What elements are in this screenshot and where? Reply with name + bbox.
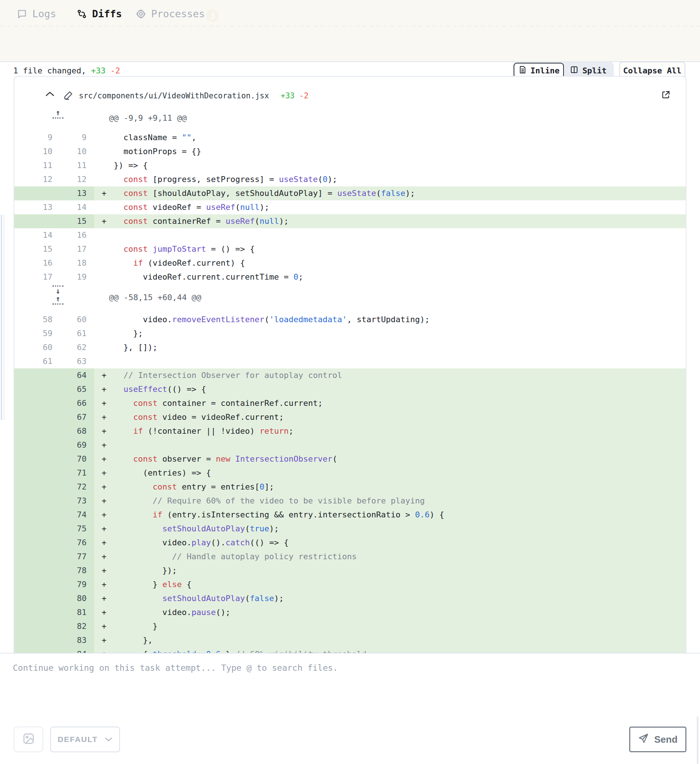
code-line — [114, 438, 686, 452]
code-line: } — [114, 619, 686, 633]
line-number-old — [14, 578, 58, 592]
line-number-new: 9 — [58, 131, 94, 145]
line-number-old: 58 — [14, 313, 58, 327]
summary-deletions: -2 — [111, 66, 120, 75]
send-button[interactable]: Send — [629, 726, 686, 752]
line-number-new: 10 — [58, 145, 94, 158]
code-line: }); — [114, 564, 686, 578]
code-line: }, []); — [114, 341, 686, 354]
diff-line-row: 65+ useEffect(() => { — [14, 382, 686, 396]
code-line: const observer = new IntersectionObserve… — [114, 452, 686, 466]
right-scrollbar-thumb[interactable] — [697, 716, 698, 764]
diff-marker: + — [94, 522, 114, 536]
diff-marker — [94, 354, 114, 368]
code-line: const containerRef = useRef(null); — [114, 214, 686, 228]
code-line: { threshold: 0.6 } // 60% visibility thr… — [114, 647, 686, 653]
gear-icon — [136, 9, 146, 19]
diff-marker: + — [94, 424, 114, 438]
line-number-old — [14, 438, 58, 452]
diff-marker: + — [94, 647, 114, 653]
composer-input[interactable]: Continue working on this task attempt...… — [13, 663, 338, 673]
line-number-old: 59 — [14, 327, 58, 341]
line-number-old: 16 — [14, 256, 58, 270]
diff-marker: + — [94, 466, 114, 480]
attach-image-button[interactable] — [14, 726, 43, 752]
diff-line-row: 13+ const [shouldAutoPlay, setShouldAuto… — [14, 186, 686, 200]
line-number-old — [14, 522, 58, 536]
line-number-old — [14, 536, 58, 550]
expand-hunk-up-button[interactable]: ↑ — [53, 109, 64, 119]
diff-marker: + — [94, 494, 114, 508]
code-line: // Require 60% of the video to be visibl… — [114, 494, 686, 508]
diff-marker — [94, 172, 114, 186]
diff-marker: + — [94, 368, 114, 382]
diff-marker — [94, 270, 114, 284]
diff-line-row: 79+ } else { — [14, 578, 686, 592]
split-pane-icon — [570, 65, 578, 76]
diff-line-row: 1212 const [progress, setProgress] = use… — [14, 172, 686, 186]
line-number-new: 13 — [58, 186, 94, 200]
line-number-old — [14, 452, 58, 466]
diff-marker: + — [94, 564, 114, 578]
diff-line-row: 1517 const jumpToStart = () => { — [14, 242, 686, 256]
diff-line-row: 68+ if (!container || !video) return; — [14, 424, 686, 438]
model-selector[interactable]: DEFAULT — [50, 726, 120, 752]
line-number-new: 80 — [58, 592, 94, 606]
line-number-new: 19 — [58, 270, 94, 284]
summary-additions: +33 — [91, 66, 106, 75]
expand-hunk-down-button[interactable]: ↓ — [53, 285, 64, 295]
tab-diffs[interactable]: Diffs — [77, 8, 122, 19]
line-number-new: 73 — [58, 494, 94, 508]
line-number-old — [14, 186, 58, 200]
tab-processes-label: Processes — [151, 8, 205, 19]
diff-line-row: 5961 }; — [14, 327, 686, 341]
left-scrollbar-track — [4, 214, 5, 420]
diff-line-row: 82+ } — [14, 619, 686, 633]
diff-marker: + — [94, 508, 114, 522]
code-line: useEffect(() => { — [114, 382, 686, 396]
code-line: video.removeEventListener('loadedmetadat… — [114, 313, 686, 327]
code-line: video.play().catch(() => { — [114, 536, 686, 550]
open-external-icon[interactable] — [661, 90, 671, 101]
tab-logs[interactable]: Logs — [17, 8, 56, 19]
line-number-new: 75 — [58, 522, 94, 536]
chevron-down-icon — [105, 735, 112, 744]
left-scrollbar-thumb[interactable] — [1, 214, 2, 420]
paper-plane-icon — [638, 733, 649, 747]
code-line: (entries) => { — [114, 466, 686, 480]
diff-line-row: 83+ }, — [14, 633, 686, 647]
tab-processes[interactable]: Processes — [136, 8, 205, 19]
line-number-new: 81 — [58, 606, 94, 619]
diff-marker: + — [94, 452, 114, 466]
inline-label: Inline — [531, 66, 559, 75]
code-line: // Intersection Observer for autoplay co… — [114, 368, 686, 382]
diff-line-row: 73+ // Require 60% of the video to be vi… — [14, 494, 686, 508]
message-composer: Continue working on this task attempt...… — [0, 653, 700, 764]
diff-line-row: 1416 — [14, 228, 686, 242]
line-number-old — [14, 592, 58, 606]
diff-marker: + — [94, 592, 114, 606]
diff-line-row: 15+ const containerRef = useRef(null); — [14, 214, 686, 228]
code-line: video.pause(); — [114, 606, 686, 619]
collapse-file-chevron-icon[interactable] — [45, 91, 55, 99]
line-number-new: 18 — [58, 256, 94, 270]
file-change-counts: +33 -2 — [281, 91, 309, 100]
diff-file-card: src/components/ui/VideoWithDecoration.js… — [14, 76, 686, 653]
line-number-old: 13 — [14, 200, 58, 214]
diff-line-row: 64+ // Intersection Observer for autopla… — [14, 368, 686, 382]
line-number-new: 65 — [58, 382, 94, 396]
line-number-old — [14, 480, 58, 494]
diff-marker: + — [94, 550, 114, 564]
diff-line-row: 5860 video.removeEventListener('loadedme… — [14, 313, 686, 327]
hunk-range-label: @@ -58,15 +60,44 @@ — [109, 293, 202, 302]
line-number-old — [14, 424, 58, 438]
line-number-new: 66 — [58, 396, 94, 410]
expand-hunk-up-button[interactable]: ↑ — [53, 295, 64, 305]
hunk-header: ↓↑@@ -58,15 +60,44 @@ — [14, 284, 686, 313]
diff-line-row: 99 className = "", — [14, 131, 686, 145]
file-header: src/components/ui/VideoWithDecoration.js… — [14, 77, 686, 108]
code-line: const videoRef = useRef(null); — [114, 200, 686, 214]
diff-marker — [94, 145, 114, 158]
code-line — [114, 354, 686, 368]
diff-line-row: 71+ (entries) => { — [14, 466, 686, 480]
